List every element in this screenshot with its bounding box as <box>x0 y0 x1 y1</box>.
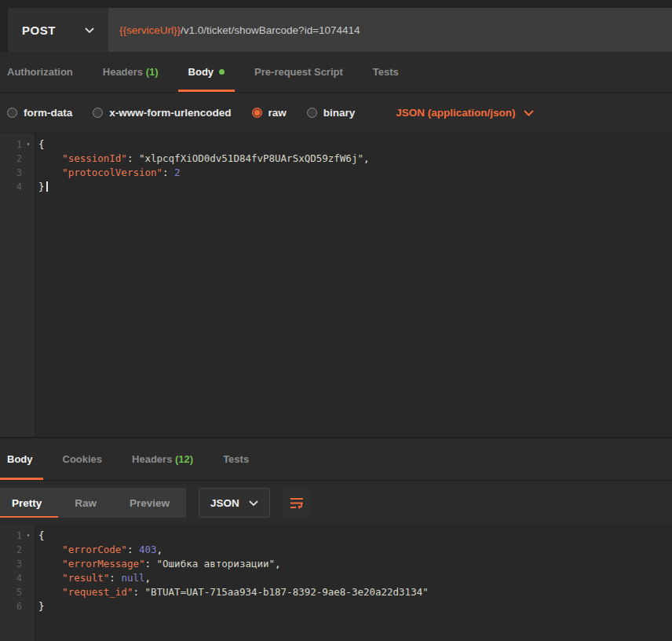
response-headers-count-badge: (12) <box>175 453 193 465</box>
view-pretty-button[interactable]: Pretty <box>0 488 58 518</box>
content-type-label: JSON (application/json) <box>396 107 515 119</box>
fold-caret-icon[interactable]: ▾ <box>22 137 35 152</box>
wrap-lines-icon <box>289 496 305 510</box>
chevron-down-icon <box>524 110 534 116</box>
headers-count-badge: (1) <box>146 66 159 78</box>
request-body-editor[interactable]: 1▾{2 "sessionId": "xlpcqfXiOD0dv51D84fvP… <box>0 134 672 437</box>
code-line: 1▾{ <box>0 529 672 543</box>
tab-authorization-label: Authorization <box>7 66 73 78</box>
radio-selected-icon <box>252 108 262 118</box>
response-toolbar: Pretty Raw Preview JSON <box>0 481 672 525</box>
response-format-label: JSON <box>210 497 239 509</box>
body-type-binary[interactable]: binary <box>307 107 356 119</box>
code-line: 3 "errorMessage": "Ошибка авторизации", <box>0 557 672 571</box>
url-path: /v1.0/ticket/showBarcode?id=1074414 <box>181 24 360 36</box>
code-line: 5 "request_id": "BTUAT=UAT-715aa934-b187… <box>0 585 672 599</box>
response-tab-body-label: Body <box>7 453 33 465</box>
content-type-dropdown[interactable]: JSON (application/json) <box>396 107 533 119</box>
response-format-dropdown[interactable]: JSON <box>199 488 270 518</box>
body-type-raw[interactable]: raw <box>252 107 287 119</box>
code-line: 2 "errorCode": 403, <box>0 543 672 557</box>
wrap-lines-button[interactable] <box>283 489 311 517</box>
tab-pre-request-label: Pre-request Script <box>254 66 343 78</box>
chevron-down-icon <box>85 27 94 33</box>
response-tab-body[interactable]: Body <box>0 438 48 480</box>
view-raw-button[interactable]: Raw <box>58 488 113 518</box>
body-filled-dot-icon <box>219 69 225 75</box>
tab-tests[interactable]: Tests <box>358 52 414 92</box>
code-line: 1▾{ <box>0 137 672 152</box>
tab-body[interactable]: Body <box>173 52 240 92</box>
response-tab-headers[interactable]: Headers (12) <box>117 438 208 480</box>
response-tabs: Body Cookies Headers (12) Tests <box>0 437 672 481</box>
response-tab-headers-label: Headers <box>132 453 172 465</box>
body-type-urlencoded[interactable]: x-www-form-urlencoded <box>93 107 231 119</box>
radio-unselected-icon <box>93 108 103 118</box>
tab-pre-request-script[interactable]: Pre-request Script <box>239 52 358 92</box>
response-tab-tests[interactable]: Tests <box>208 438 264 480</box>
view-preview-button[interactable]: Preview <box>113 488 186 518</box>
tab-body-label: Body <box>188 66 214 78</box>
code-line: 6} <box>0 599 672 614</box>
response-body-editor[interactable]: 1▾{2 "errorCode": 403,3 "errorMessage": … <box>0 525 672 641</box>
response-tab-cookies[interactable]: Cookies <box>48 438 118 480</box>
radio-unselected-icon <box>307 108 317 118</box>
body-type-form-data-label: form-data <box>24 107 72 119</box>
body-type-form-data[interactable]: form-data <box>7 107 72 119</box>
postman-window: POST {{serviceUrl}}/v1.0/ticket/showBarc… <box>0 0 672 641</box>
chevron-down-icon <box>249 500 258 506</box>
url-input[interactable]: {{serviceUrl}}/v1.0/ticket/showBarcode?i… <box>108 8 672 52</box>
code-line: 2 "sessionId": "xlpcqfXiOD0dv51D84fvP8UA… <box>0 152 672 166</box>
response-view-switcher: Pretty Raw Preview <box>0 488 186 518</box>
radio-unselected-icon <box>7 108 17 118</box>
code-line: 3 "protocolVersion": 2 <box>0 166 672 180</box>
tab-headers-label: Headers <box>103 66 143 78</box>
body-type-binary-label: binary <box>323 107 356 119</box>
method-label: POST <box>22 24 56 37</box>
request-tabs: Authorization Headers (1) Body Pre-reque… <box>0 52 672 93</box>
body-type-raw-label: raw <box>268 107 287 119</box>
method-dropdown[interactable]: POST <box>8 8 108 52</box>
view-raw-label: Raw <box>75 497 97 509</box>
fold-caret-icon[interactable]: ▾ <box>22 529 35 543</box>
code-line: 4} <box>0 180 672 194</box>
url-variable: {{serviceUrl}} <box>119 24 181 36</box>
body-type-row: form-data x-www-form-urlencoded raw bina… <box>0 93 672 134</box>
tab-tests-label: Tests <box>373 66 399 78</box>
tab-headers[interactable]: Headers (1) <box>88 52 173 92</box>
response-tab-tests-label: Tests <box>223 453 249 465</box>
request-url-bar: POST {{serviceUrl}}/v1.0/ticket/showBarc… <box>0 0 672 52</box>
body-type-urlencoded-label: x-www-form-urlencoded <box>109 107 231 119</box>
view-preview-label: Preview <box>130 497 170 509</box>
tab-authorization[interactable]: Authorization <box>0 52 88 92</box>
response-tab-cookies-label: Cookies <box>63 453 103 465</box>
view-pretty-label: Pretty <box>12 497 42 509</box>
code-line: 4 "result": null, <box>0 571 672 585</box>
